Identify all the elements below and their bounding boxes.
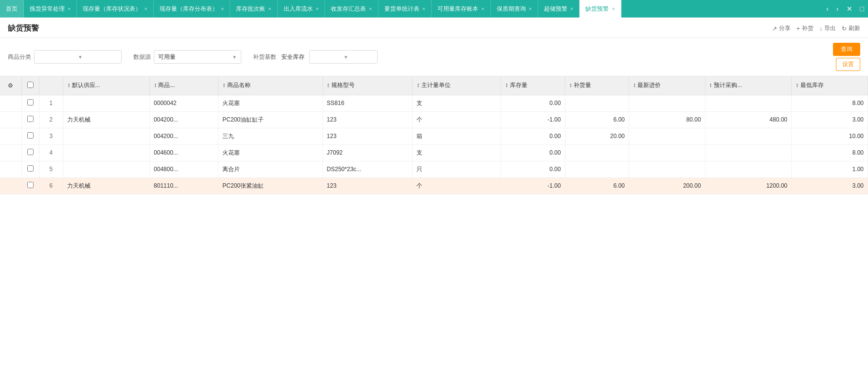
share-button[interactable]: ↗ 分享 [772,24,791,33]
row-goods-name: 火花塞 [218,144,323,161]
category-select-value [38,53,78,60]
tab-next-button[interactable]: › [832,5,843,13]
row-checkbox[interactable] [27,165,34,172]
row-estimated-purchase [705,161,792,177]
export-label: 导出 [824,24,836,33]
tab-close-icon[interactable]: × [221,6,224,12]
column-goods-name[interactable]: ↕ 商品名称 [218,76,323,95]
row-stock: 0.00 [501,128,565,144]
tab-label: 首页 [6,5,18,13]
replenish-base-value: 安全库存 [281,53,305,61]
row-latest-price: 200.00 [629,177,705,194]
row-checkbox[interactable] [27,132,34,139]
column-unit[interactable]: ↕ 主计量单位 [413,76,501,95]
row-seq: 2 [39,111,63,128]
row-replenish: 6.00 [565,111,629,128]
table-header-row: ⚙ ↕ 默认供应... ↕ 商品... ↕ 商品名称 [0,76,868,95]
tab-item-home[interactable]: 首页 [0,0,24,18]
column-goods-code[interactable]: ↕ 商品... [150,76,218,95]
tab-item-exception[interactable]: 拣货异常处理× [24,0,77,18]
row-checkbox[interactable] [27,149,34,155]
tab-close-all-button[interactable]: ✕ [843,5,856,13]
row-spec: 123 [323,128,413,144]
export-button[interactable]: ↓ 导出 [819,24,836,33]
replenish-icon: + [796,25,800,32]
query-button[interactable]: 查询 [833,43,860,56]
table-row: 2 力天机械 004200... PC200油缸缸子 123 个 -1.00 6… [0,111,868,128]
row-replenish [565,161,629,177]
row-unit: 箱 [413,128,501,144]
row-stock: -1.00 [501,177,565,194]
row-supplier: 力天机械 [63,177,150,194]
column-min-stock[interactable]: ↕ 最低库存 [792,76,868,95]
tab-prev-button[interactable]: ‹ [822,5,832,13]
data-table: ⚙ ↕ 默认供应... ↕ 商品... ↕ 商品名称 [0,76,868,194]
row-goods-name: 三九 [218,128,323,144]
tab-item-available-ledger[interactable]: 可用量库存账本× [432,0,490,18]
row-checkbox[interactable] [27,182,34,188]
tab-maximize-button[interactable]: □ [856,5,868,13]
tab-label: 库存批次账 [236,5,265,13]
row-min-stock: 10.00 [792,128,868,144]
tab-item-inout-flow[interactable]: 出入库流水× [278,0,325,18]
row-goods-name: PC200油缸缸子 [218,111,323,128]
tab-item-batch[interactable]: 库存批次账× [230,0,277,18]
row-checkbox[interactable] [27,116,34,122]
replenish-base-select[interactable]: ▼ [309,50,378,64]
tab-label: 现存量（库存状况表） [83,5,141,13]
refresh-label: 刷新 [849,24,860,33]
row-supplier [63,95,150,111]
table-row: 1 0000042 火花塞 SS816 支 0.00 8.00 [0,95,868,111]
tab-item-overstock[interactable]: 超储预警× [538,0,579,18]
tab-close-icon[interactable]: × [570,6,573,12]
row-checkbox[interactable] [27,99,34,106]
row-replenish [565,95,629,111]
tab-label: 保质期查询 [497,5,526,13]
replenish-base-select-value [314,53,344,60]
row-latest-price: 80.00 [629,111,705,128]
column-checkbox [21,76,39,95]
tab-close-icon[interactable]: × [422,6,425,12]
select-all-checkbox[interactable] [27,82,34,88]
tab-close-icon[interactable]: × [268,6,271,12]
tab-close-icon[interactable]: × [529,6,532,12]
category-select[interactable]: ▼ [34,50,122,64]
page-title: 缺货预警 [8,23,39,34]
tab-item-inventory-dist[interactable]: 现存量（库存分布表）× [154,0,230,18]
row-checkbox-cell [21,128,39,144]
replenish-button[interactable]: + 补货 [796,24,814,33]
row-goods-name: PC200张紧油缸 [218,177,323,194]
page-content: 缺货预警 ↗ 分享 + 补货 ↓ 导出 ↻ 刷新 商品分类 [0,18,868,387]
row-replenish: 6.00 [565,177,629,194]
column-settings[interactable]: ⚙ [0,76,21,95]
tab-close-icon[interactable]: × [369,6,372,12]
row-seq: 3 [39,128,63,144]
tab-close-icon[interactable]: × [68,6,71,12]
column-estimated-purchase[interactable]: ↕ 预计采购... [705,76,792,95]
tab-item-shortage[interactable]: 缺货预警× [579,0,621,18]
column-latest-price[interactable]: ↕ 最新进价 [629,76,705,95]
tab-item-demand-stats[interactable]: 要货单统计表× [379,0,432,18]
tab-item-collect-summary[interactable]: 收发存汇总表× [325,0,378,18]
datasource-select-value: 可用量 [158,53,232,61]
column-stock[interactable]: ↕ 库存量 [501,76,565,95]
tab-close-icon[interactable]: × [316,6,319,12]
table-row: 4 004600... 火花塞 J7092 支 0.00 8.00 [0,144,868,161]
column-supplier[interactable]: ↕ 默认供应... [63,76,150,95]
tab-close-icon[interactable]: × [612,6,615,12]
row-seq: 4 [39,144,63,161]
row-seq: 5 [39,161,63,177]
tab-item-expiry-query[interactable]: 保质期查询× [491,0,538,18]
datasource-select[interactable]: 可用量 ▼ [154,50,241,64]
settings-button[interactable]: 设置 [836,58,860,71]
column-replenish[interactable]: ↕ 补货量 [565,76,629,95]
refresh-button[interactable]: ↻ 刷新 [842,24,860,33]
tab-close-icon[interactable]: × [481,6,484,12]
row-action-cell [0,95,21,111]
tab-close-icon[interactable]: × [144,6,147,12]
row-min-stock: 3.00 [792,177,868,194]
column-spec[interactable]: ↕ 规格型号 [323,76,413,95]
tab-item-inventory-status[interactable]: 现存量（库存状况表）× [77,0,153,18]
row-min-stock: 1.00 [792,161,868,177]
row-action-cell [0,177,21,194]
